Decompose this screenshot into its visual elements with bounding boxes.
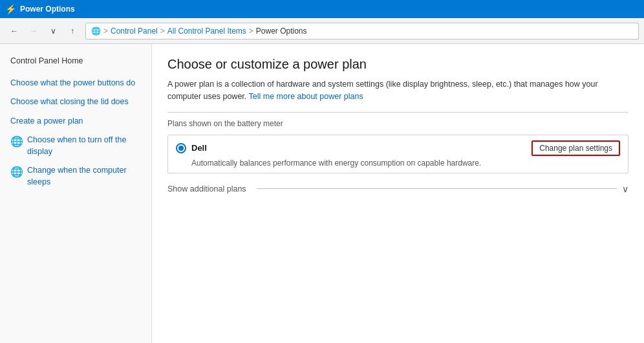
- section-header: Plans shown on the battery meter: [167, 119, 628, 128]
- back-button[interactable]: ←: [5, 22, 23, 40]
- address-separator-2: >: [160, 27, 165, 36]
- down-button[interactable]: ∨: [44, 22, 62, 40]
- address-separator-3: >: [249, 27, 253, 36]
- computer-sleeps-label: Change when the computer sleeps: [27, 165, 141, 188]
- window-title: Power Options: [20, 5, 75, 14]
- sidebar-item-closing-lid[interactable]: Choose what closing the lid does: [0, 93, 151, 112]
- plan-container: Dell Change plan settings Automatically …: [167, 135, 628, 173]
- show-additional-plans-link[interactable]: Show additional plans: [167, 184, 246, 194]
- additional-plans-row: Show additional plans ∨: [167, 184, 628, 194]
- description-body: A power plan is a collection of hardware…: [167, 80, 598, 101]
- sidebar-item-computer-sleeps[interactable]: 🌐 Change when the computer sleeps: [0, 161, 151, 192]
- breadcrumb-control-panel[interactable]: Control Panel: [111, 27, 158, 36]
- description-text: A power plan is a collection of hardware…: [167, 78, 628, 103]
- sidebar-item-power-buttons[interactable]: Choose what the power buttons do: [0, 74, 151, 93]
- plan-row: Dell Change plan settings: [176, 140, 620, 156]
- radio-dot: [178, 146, 184, 151]
- turn-off-display-icon: 🌐: [10, 135, 23, 148]
- forward-button[interactable]: →: [25, 22, 43, 40]
- title-bar: ⚡ Power Options: [0, 0, 644, 18]
- nav-bar: ← → ∨ ↑ 🌐 > Control Panel > All Control …: [0, 18, 644, 44]
- address-separator-1: >: [103, 27, 108, 36]
- computer-sleeps-icon: 🌐: [10, 166, 23, 178]
- page-title: Choose or customize a power plan: [167, 57, 628, 72]
- main-content: Choose or customize a power plan A power…: [152, 44, 644, 343]
- power-options-icon: ⚡: [5, 4, 16, 14]
- address-bar[interactable]: 🌐 > Control Panel > All Control Panel It…: [85, 23, 639, 39]
- plan-name: Dell: [191, 143, 207, 153]
- sidebar-item-create-power-plan[interactable]: Create a power plan: [0, 112, 151, 131]
- additional-plans-divider: [257, 188, 617, 189]
- turn-off-display-label: Choose when to turn off the display: [27, 135, 141, 157]
- plan-left: Dell: [176, 143, 207, 153]
- chevron-down-icon[interactable]: ∨: [622, 184, 628, 194]
- dell-plan-radio[interactable]: [176, 143, 186, 153]
- globe-icon: 🌐: [91, 27, 101, 36]
- up-button[interactable]: ↑: [63, 22, 81, 40]
- learn-more-link[interactable]: Tell me more about power plans: [249, 92, 363, 101]
- sidebar: Control Panel Home Choose what the power…: [0, 44, 152, 343]
- breadcrumb-power-options: Power Options: [256, 27, 307, 36]
- breadcrumb-all-items[interactable]: All Control Panel Items: [167, 27, 246, 36]
- sidebar-item-control-panel-home[interactable]: Control Panel Home: [0, 52, 151, 71]
- sidebar-item-turn-off-display[interactable]: 🌐 Choose when to turn off the display: [0, 131, 151, 161]
- plan-description: Automatically balances performance with …: [191, 159, 620, 168]
- main-container: Control Panel Home Choose what the power…: [0, 44, 644, 343]
- section-divider: [167, 112, 628, 113]
- change-plan-settings-button[interactable]: Change plan settings: [531, 140, 620, 156]
